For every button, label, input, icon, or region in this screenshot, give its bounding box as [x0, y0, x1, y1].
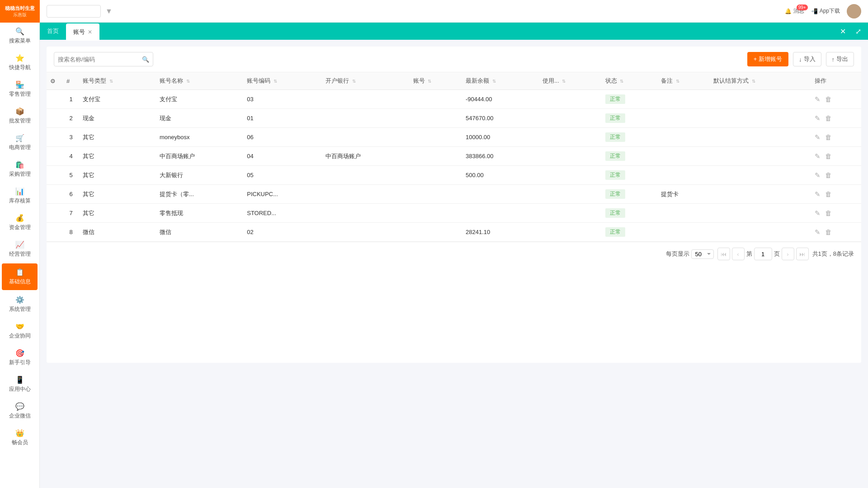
- cell-code: 05: [243, 166, 322, 185]
- app-download-button[interactable]: 📲 App下载: [811, 7, 840, 15]
- col-balance[interactable]: 最新余额 ⇅: [462, 72, 539, 90]
- edit-icon[interactable]: ✎: [815, 171, 821, 179]
- tab-home[interactable]: 首页: [40, 23, 66, 40]
- sidebar-item-label: 库存核算: [9, 197, 31, 205]
- sidebar-item-member[interactable]: 👑 畅会员: [0, 424, 39, 451]
- sort-usage-icon: ⇅: [562, 79, 566, 84]
- delete-icon[interactable]: 🗑: [825, 114, 832, 122]
- edit-icon[interactable]: ✎: [815, 95, 821, 103]
- sidebar-item-app-center[interactable]: 📱 应用中心: [0, 371, 39, 398]
- import-button[interactable]: ↓ 导入: [793, 52, 821, 66]
- tab-account[interactable]: 账号 ✕: [66, 23, 99, 41]
- delete-icon[interactable]: 🗑: [825, 228, 832, 236]
- message-button[interactable]: 🔔 消息 99+: [785, 7, 804, 15]
- col-settings[interactable]: ⚙: [47, 72, 63, 90]
- edit-icon[interactable]: ✎: [815, 114, 821, 122]
- col-status[interactable]: 状态 ⇅: [602, 72, 657, 90]
- next-page-button[interactable]: ›: [782, 248, 794, 260]
- cell-default-settlement: [710, 185, 811, 204]
- new-guide-icon: 🎯: [15, 349, 24, 357]
- cell-code: 02: [243, 223, 322, 242]
- edit-icon[interactable]: ✎: [815, 133, 821, 141]
- page-label: 第: [746, 250, 752, 258]
- cell-usage: [539, 128, 602, 147]
- edit-icon[interactable]: ✎: [815, 190, 821, 198]
- first-page-button[interactable]: ⏮: [717, 248, 730, 260]
- sidebar-item-operations[interactable]: 📈 经营管理: [0, 236, 39, 263]
- table-row: 4 其它 中百商场账户 04 中百商场账户 383866.00 正常 ✎ 🗑: [47, 147, 861, 166]
- sidebar-item-wholesale[interactable]: 📦 批发管理: [0, 103, 39, 129]
- last-page-button[interactable]: ⏭: [796, 248, 809, 260]
- sidebar-item-purchase[interactable]: 🛍️ 采购管理: [0, 156, 39, 183]
- cell-action: ✎ 🗑: [811, 109, 861, 128]
- edit-icon[interactable]: ✎: [815, 152, 821, 160]
- cell-balance: 10000.00: [462, 128, 539, 147]
- cell-bank: [322, 166, 409, 185]
- col-account[interactable]: 账号 ⇅: [410, 72, 462, 90]
- tab-expand-icon[interactable]: ⤢: [852, 25, 864, 38]
- sort-status-icon: ⇅: [620, 79, 623, 84]
- cell-status: 正常: [602, 109, 657, 128]
- sidebar-item-ecommerce[interactable]: 🛒 电商管理: [0, 129, 39, 156]
- cell-balance: -90444.00: [462, 90, 539, 109]
- sort-default-settlement-icon: ⇅: [752, 79, 755, 84]
- prev-page-button[interactable]: ‹: [732, 248, 745, 260]
- tab-close-window-icon[interactable]: ✕: [836, 25, 849, 38]
- sort-name-icon: ⇅: [186, 79, 190, 84]
- tab-close-icon[interactable]: ✕: [88, 29, 92, 35]
- delete-icon[interactable]: 🗑: [825, 152, 832, 160]
- cell-settings: [47, 90, 63, 109]
- page-input[interactable]: [754, 248, 772, 260]
- col-usage[interactable]: 使用... ⇅: [539, 72, 602, 90]
- cell-balance: 547670.00: [462, 109, 539, 128]
- search-input[interactable]: [58, 56, 139, 63]
- cell-usage: [539, 185, 602, 204]
- col-code[interactable]: 账号编码 ⇅: [243, 72, 322, 90]
- sidebar-item-retail[interactable]: 🏪 零售管理: [0, 76, 39, 103]
- col-action: 操作: [811, 72, 861, 90]
- sidebar-item-inventory[interactable]: 📊 库存核算: [0, 183, 39, 209]
- sidebar-item-search-menu[interactable]: 🔍 搜索菜单: [0, 23, 39, 49]
- sidebar-item-system[interactable]: ⚙️ 系统管理: [0, 291, 39, 318]
- sort-account-icon: ⇅: [428, 79, 431, 84]
- col-bank[interactable]: 开户银行 ⇅: [322, 72, 409, 90]
- col-default-settlement[interactable]: 默认结算方式 ⇅: [710, 72, 811, 90]
- add-account-button[interactable]: + 新增账号: [747, 52, 788, 66]
- col-name[interactable]: 账号名称 ⇅: [156, 72, 243, 90]
- edit-icon[interactable]: ✎: [815, 228, 821, 236]
- avatar[interactable]: [847, 4, 861, 19]
- export-button[interactable]: ↑ 导出: [826, 52, 854, 66]
- delete-icon[interactable]: 🗑: [825, 133, 832, 141]
- sidebar-item-quick-nav[interactable]: ⭐ 快捷导航: [0, 49, 39, 76]
- operations-icon: 📈: [15, 240, 24, 249]
- per-page-select[interactable]: 50 20 100: [691, 249, 714, 259]
- sidebar-item-label: 批发管理: [9, 117, 31, 125]
- cell-bank: [322, 109, 409, 128]
- sidebar-item-finance[interactable]: 💰 资金管理: [0, 209, 39, 236]
- sidebar-item-new-guide[interactable]: 🎯 新手引导: [0, 344, 39, 371]
- basic-info-icon: 📋: [15, 268, 24, 277]
- table-toolbar: 🔍 + 新增账号 ↓ 导入 ↑ 导出: [47, 47, 861, 72]
- sidebar-item-basic-info[interactable]: 📋 基础信息: [2, 263, 38, 290]
- delete-icon[interactable]: 🗑: [825, 190, 832, 198]
- system-icon: ⚙️: [15, 296, 24, 304]
- col-remark[interactable]: 备注 ⇅: [657, 72, 710, 90]
- cell-account: [410, 185, 462, 204]
- col-type[interactable]: 账号类型 ⇅: [79, 72, 156, 90]
- delete-icon[interactable]: 🗑: [825, 209, 832, 217]
- topbar-dropdown-icon[interactable]: ▼: [105, 7, 113, 15]
- col-name-label: 账号名称: [160, 77, 183, 84]
- col-balance-label: 最新余额: [466, 77, 489, 84]
- sidebar-item-label: 畅会员: [12, 439, 28, 446]
- top-search-input[interactable]: [47, 5, 101, 18]
- cell-default-settlement: [710, 147, 811, 166]
- col-action-label: 操作: [815, 77, 826, 84]
- delete-icon[interactable]: 🗑: [825, 171, 832, 179]
- cell-remark: [657, 90, 710, 109]
- sidebar-item-enterprise-wechat[interactable]: 💬 企业微信: [0, 398, 39, 424]
- delete-icon[interactable]: 🗑: [825, 95, 832, 103]
- cell-name: moneybosx: [156, 128, 243, 147]
- sidebar-item-enterprise-agreement[interactable]: 🤝 企业协同: [0, 318, 39, 344]
- export-label: 导出: [836, 55, 848, 63]
- edit-icon[interactable]: ✎: [815, 209, 821, 217]
